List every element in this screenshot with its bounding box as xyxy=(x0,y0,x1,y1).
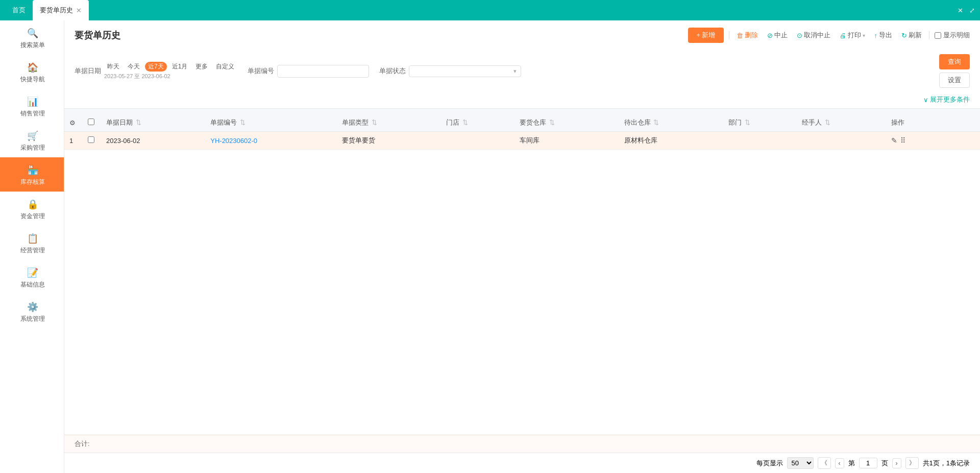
row-store xyxy=(441,132,514,150)
print-button[interactable]: 🖨 打印 ▾ xyxy=(838,30,867,41)
col-department[interactable]: 部门 ⇅ xyxy=(723,114,797,132)
finance-icon: 🔒 xyxy=(27,199,38,210)
per-page-label: 每页显示 xyxy=(756,459,783,468)
col-handler-sort-icon[interactable]: ⇅ xyxy=(825,119,830,126)
search-menu-icon: 🔍 xyxy=(27,28,38,39)
delete-icon: 🗑 xyxy=(737,32,743,39)
sidebar-item-finance-mgmt[interactable]: 🔒 资金管理 xyxy=(0,192,64,226)
purchase-icon: 🛒 xyxy=(27,130,38,141)
col-store[interactable]: 门店 ⇅ xyxy=(441,114,514,132)
sidebar: 🔍 搜索菜单 🏠 快捷导航 📊 销售管理 🛒 采购管理 🏪 库存核算 🔒 资金管… xyxy=(0,20,64,473)
chip-today[interactable]: 今天 xyxy=(125,62,143,72)
display-detail-checkbox-label[interactable]: 显示明细 xyxy=(935,31,970,40)
col-billtype[interactable]: 单据类型 ⇅ xyxy=(337,114,441,132)
row-edit-icon[interactable]: ✎ xyxy=(891,136,897,145)
page-header: 要货单历史 + 新增 🗑 删除 ⊘ 中止 ⊙ 取消中止 xyxy=(64,20,980,109)
sidebar-item-search-menu[interactable]: 🔍 搜索菜单 xyxy=(0,20,64,55)
col-req-warehouse-sort-icon[interactable]: ⇅ xyxy=(549,119,555,126)
col-store-sort-icon[interactable]: ⇅ xyxy=(462,119,468,126)
chip-custom[interactable]: 自定义 xyxy=(213,62,237,72)
billno-filter-label: 单据编号 xyxy=(248,66,274,76)
last-page-button[interactable]: 》 xyxy=(905,457,919,469)
billno-input[interactable] xyxy=(277,65,369,78)
row-billno-link[interactable]: YH-20230602-0 xyxy=(210,137,257,145)
total-info: 共1页，1条记录 xyxy=(923,459,970,468)
delete-button[interactable]: 🗑 删除 xyxy=(734,30,760,41)
tab-requisition-history[interactable]: 要货单历史 ✕ xyxy=(33,0,89,20)
col-date[interactable]: 单据日期 ⇅ xyxy=(101,114,205,132)
col-department-sort-icon[interactable]: ⇅ xyxy=(745,119,750,126)
data-table: ⚙ 单据日期 ⇅ 单据编号 ⇅ xyxy=(64,114,980,150)
row-select-checkbox[interactable] xyxy=(88,136,94,143)
col-billno-sort-icon[interactable]: ⇅ xyxy=(240,119,246,126)
row-billtype: 要货单要货 xyxy=(337,132,441,150)
col-billtype-sort-icon[interactable]: ⇅ xyxy=(372,119,377,126)
col-pending-warehouse[interactable]: 待出仓库 ⇅ xyxy=(619,114,723,132)
col-billno[interactable]: 单据编号 ⇅ xyxy=(205,114,337,132)
row-billno: YH-20230602-0 xyxy=(205,132,337,150)
col-pending-warehouse-sort-icon[interactable]: ⇅ xyxy=(653,119,659,126)
export-icon: ↑ xyxy=(874,32,878,39)
col-handler[interactable]: 经手人 ⇅ xyxy=(797,114,886,132)
print-icon: 🖨 xyxy=(840,32,846,39)
add-button[interactable]: + 新增 xyxy=(688,28,723,43)
col-req-warehouse[interactable]: 要货仓库 ⇅ xyxy=(514,114,619,132)
sidebar-item-operations-mgmt[interactable]: 📋 经营管理 xyxy=(0,226,64,260)
per-page-select[interactable]: 10 20 50 100 xyxy=(787,457,814,469)
stop-icon: ⊘ xyxy=(767,32,773,39)
filter-row: 单据日期 昨天 今天 近7天 近1月 更多 自定义 2023-05-27 至 2… xyxy=(75,49,970,93)
billno-filter-group: 单据编号 xyxy=(248,65,369,78)
status-select[interactable]: ▾ xyxy=(409,65,521,77)
content-area: 要货单历史 + 新增 🗑 删除 ⊘ 中止 ⊙ 取消中止 xyxy=(64,20,980,473)
row-handler xyxy=(797,132,886,150)
sidebar-item-basic-info[interactable]: 📝 基础信息 xyxy=(0,260,64,294)
select-all-checkbox[interactable] xyxy=(88,119,94,125)
col-date-sort-icon[interactable]: ⇅ xyxy=(136,119,141,126)
sidebar-item-system-mgmt[interactable]: ⚙️ 系统管理 xyxy=(0,294,64,328)
expand-more-conditions[interactable]: ∨ 展开更多条件 xyxy=(923,95,970,104)
main-layout: 🔍 搜索菜单 🏠 快捷导航 📊 销售管理 🛒 采购管理 🏪 库存核算 🔒 资金管… xyxy=(0,20,980,473)
chip-yesterday[interactable]: 昨天 xyxy=(104,62,122,72)
row-department xyxy=(723,132,797,150)
page-number-input[interactable] xyxy=(859,458,877,468)
date-range-container: 昨天 今天 近7天 近1月 更多 自定义 2023-05-27 至 2023-0… xyxy=(104,62,237,80)
sidebar-item-sales-mgmt[interactable]: 📊 销售管理 xyxy=(0,89,64,123)
first-page-button[interactable]: 《 xyxy=(818,457,831,469)
expand-window-icon[interactable]: ⤢ xyxy=(969,7,975,14)
page-suffix: 页 xyxy=(881,459,888,468)
stop-button[interactable]: ⊘ 中止 xyxy=(765,30,790,41)
display-detail-checkbox[interactable] xyxy=(935,32,941,39)
close-window-icon[interactable]: ✕ xyxy=(958,7,963,14)
settings-button[interactable]: 设置 xyxy=(939,73,970,88)
col-settings[interactable]: ⚙ xyxy=(64,114,83,132)
tab-home[interactable]: 首页 xyxy=(5,0,33,20)
sidebar-item-purchase-mgmt[interactable]: 🛒 采购管理 xyxy=(0,123,64,157)
prev-page-button[interactable]: ‹ xyxy=(835,458,844,468)
tab-close-icon[interactable]: ✕ xyxy=(76,7,82,14)
basic-info-icon: 📝 xyxy=(27,267,38,278)
chip-more[interactable]: 更多 xyxy=(192,62,211,72)
row-checkbox xyxy=(83,132,101,150)
status-select-dropdown-icon: ▾ xyxy=(513,68,517,75)
col-settings-icon[interactable]: ⚙ xyxy=(69,119,76,127)
chip-last7days[interactable]: 近7天 xyxy=(145,62,167,72)
date-chips: 昨天 今天 近7天 近1月 更多 自定义 xyxy=(104,62,237,72)
table-area: ⚙ 单据日期 ⇅ 单据编号 ⇅ xyxy=(64,114,980,435)
row-actions: ✎ ⠿ xyxy=(886,132,980,150)
refresh-button[interactable]: ↻ 刷新 xyxy=(899,30,924,41)
quick-nav-icon: 🏠 xyxy=(27,62,38,73)
col-action: 操作 xyxy=(886,114,980,132)
next-page-button[interactable]: › xyxy=(892,458,901,468)
toolbar-divider-1 xyxy=(729,31,729,39)
cancel-stop-button[interactable]: ⊙ 取消中止 xyxy=(795,30,832,41)
query-button[interactable]: 查询 xyxy=(939,54,970,69)
page-title-row: 要货单历史 + 新增 🗑 删除 ⊘ 中止 ⊙ 取消中止 xyxy=(75,28,970,43)
expand-icon: ∨ xyxy=(923,96,928,104)
sidebar-item-quick-nav[interactable]: 🏠 快捷导航 xyxy=(0,55,64,89)
export-button[interactable]: ↑ 导出 xyxy=(872,30,895,41)
operations-icon: 📋 xyxy=(27,233,38,244)
print-dropdown-icon[interactable]: ▾ xyxy=(863,33,865,38)
sidebar-item-inventory[interactable]: 🏪 库存核算 xyxy=(0,157,64,192)
chip-last1month[interactable]: 近1月 xyxy=(169,62,191,72)
row-more-icon[interactable]: ⠿ xyxy=(900,136,905,145)
